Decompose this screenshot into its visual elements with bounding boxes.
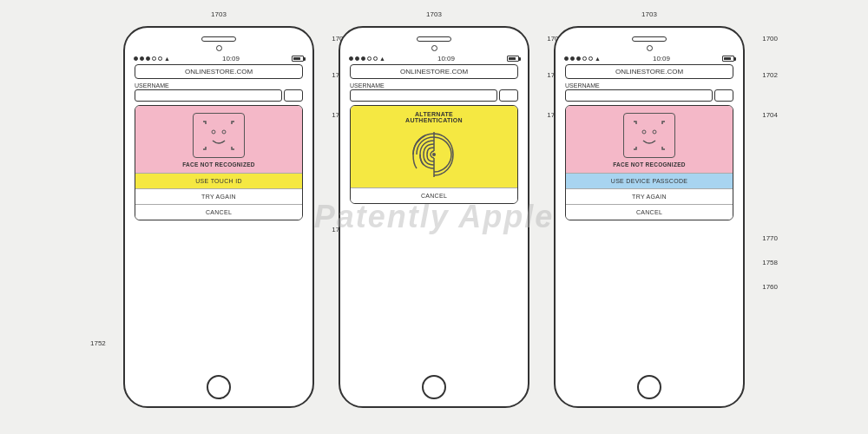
- face-box-3: [623, 113, 675, 158]
- ref-1703-phone1: 1703: [211, 10, 227, 18]
- speaker-icon-3: [632, 36, 667, 42]
- ref-1704-phone3: 1704: [762, 111, 778, 119]
- status-bar-2: ▲ 10:09: [340, 53, 528, 64]
- phone-1: ▲ 10:09 ONLINESTORE.COM USERNAME: [123, 26, 314, 408]
- username-row-1: [135, 89, 303, 102]
- battery-icon-3: [722, 56, 734, 62]
- phones-wrapper: Patently Apple 1703 1700 1702 1704 1756 …: [123, 26, 745, 408]
- ref-1760-phone3: 1760: [762, 283, 778, 291]
- username-label-2: USERNAME: [350, 82, 518, 89]
- alt-auth-label-2: ALTERNATEAUTHENTICATION: [405, 111, 463, 123]
- modal-box-1: FACE NOT RECOGNIZED USE TOUCH ID TRY AGA…: [135, 105, 303, 220]
- status-bar-1: ▲ 10:09: [125, 53, 312, 64]
- try-again-btn-3[interactable]: TRY AGAIN: [566, 188, 733, 204]
- face-not-recognized-1: FACE NOT RECOGNIZED: [182, 161, 255, 168]
- phone-3: ▲ 10:09 ONLINESTORE.COM USERNAME: [554, 26, 745, 408]
- home-button-3[interactable]: [637, 375, 661, 399]
- face-box-1: [193, 113, 245, 158]
- wifi-icon-1: ▲: [164, 56, 170, 62]
- url-bar-2[interactable]: ONLINESTORE.COM: [350, 64, 518, 79]
- username-label-3: USERNAME: [565, 82, 733, 89]
- speaker-icon-1: [201, 36, 236, 42]
- cancel-btn-1[interactable]: CANCEL: [135, 204, 302, 220]
- status-bar-3: ▲ 10:09: [556, 53, 743, 64]
- signal-dots-3: ▲: [564, 56, 601, 62]
- try-again-btn-1[interactable]: TRY AGAIN: [135, 188, 302, 204]
- username-row-2: [350, 89, 518, 102]
- screen-1: ONLINESTORE.COM USERNAME: [129, 64, 308, 370]
- modal-box-3: FACE NOT RECOGNIZED USE DEVICE PASSCODE …: [565, 105, 733, 220]
- username-input-right-2: [499, 89, 518, 102]
- time-display-3: 10:09: [653, 55, 670, 62]
- phone-2: ▲ 10:09 ONLINESTORE.COM USERNAME ALTERNA…: [339, 26, 529, 408]
- dot2: [140, 56, 144, 61]
- home-button-2[interactable]: [422, 375, 446, 399]
- cancel-btn-2[interactable]: CANCEL: [351, 187, 517, 203]
- svg-point-1: [222, 130, 226, 134]
- time-display-2: 10:09: [437, 55, 455, 62]
- ref-1703-phone3: 1703: [641, 10, 657, 18]
- dot1: [134, 56, 138, 61]
- time-display-1: 10:09: [222, 55, 240, 62]
- username-input-right-1: [284, 89, 303, 102]
- username-input-2[interactable]: [350, 89, 497, 102]
- camera-icon-3: [647, 45, 653, 51]
- dot5: [158, 56, 162, 61]
- phone-top-2: [340, 28, 528, 53]
- face-icon-1: [201, 120, 236, 151]
- ref-1702-phone3: 1702: [762, 71, 778, 79]
- username-label-1: USERNAME: [135, 82, 303, 89]
- ref-1752-phone1: 1752: [90, 339, 106, 347]
- face-icon-3: [632, 120, 667, 151]
- ref-1703-phone2: 1703: [426, 10, 442, 18]
- battery-icon-2: [507, 56, 519, 62]
- signal-dots-2: ▲: [349, 56, 385, 62]
- use-touch-id-btn-1[interactable]: USE TOUCH ID: [135, 173, 302, 188]
- ref-1700-phone3: 1700: [762, 35, 778, 43]
- face-area-3: FACE NOT RECOGNIZED: [566, 106, 733, 173]
- cancel-btn-3[interactable]: CANCEL: [566, 204, 733, 220]
- camera-icon-2: [431, 45, 437, 51]
- dot4: [152, 56, 156, 61]
- svg-point-6: [653, 130, 656, 134]
- svg-point-5: [642, 130, 646, 134]
- use-device-passcode-btn-3[interactable]: USE DEVICE PASSCODE: [566, 173, 733, 188]
- modal-box-2: ALTERNATEAUTHENTICATION: [350, 105, 518, 204]
- signal-dots-1: ▲: [134, 56, 170, 62]
- dot3: [146, 56, 150, 61]
- url-bar-1[interactable]: ONLINESTORE.COM: [135, 64, 303, 79]
- phone-top-3: [556, 28, 743, 53]
- wifi-icon-2: ▲: [379, 56, 385, 62]
- ref-1758-phone3: 1758: [762, 259, 778, 266]
- wifi-icon-3: ▲: [595, 56, 601, 62]
- svg-point-2: [432, 153, 436, 156]
- username-input-1[interactable]: [135, 89, 282, 102]
- ref-1770-phone3: 1770: [762, 234, 778, 242]
- battery-icon-1: [292, 56, 304, 62]
- screen-2: ONLINESTORE.COM USERNAME ALTERNATEAUTHEN…: [345, 64, 523, 370]
- url-bar-3[interactable]: ONLINESTORE.COM: [565, 64, 733, 79]
- camera-icon-1: [216, 45, 222, 51]
- username-input-3[interactable]: [565, 89, 713, 102]
- username-input-right-3: [714, 89, 733, 102]
- face-area-1: FACE NOT RECOGNIZED: [135, 106, 302, 173]
- screen-3: ONLINESTORE.COM USERNAME: [560, 64, 739, 370]
- phone-top-1: [125, 28, 312, 53]
- fingerprint-icon-2: [406, 127, 462, 182]
- username-row-3: [565, 89, 733, 102]
- fingerprint-area-2: ALTERNATEAUTHENTICATION: [351, 106, 517, 187]
- face-not-recognized-3: FACE NOT RECOGNIZED: [613, 161, 686, 168]
- svg-point-0: [212, 130, 215, 134]
- home-button-1[interactable]: [207, 375, 231, 399]
- speaker-icon-2: [417, 36, 451, 42]
